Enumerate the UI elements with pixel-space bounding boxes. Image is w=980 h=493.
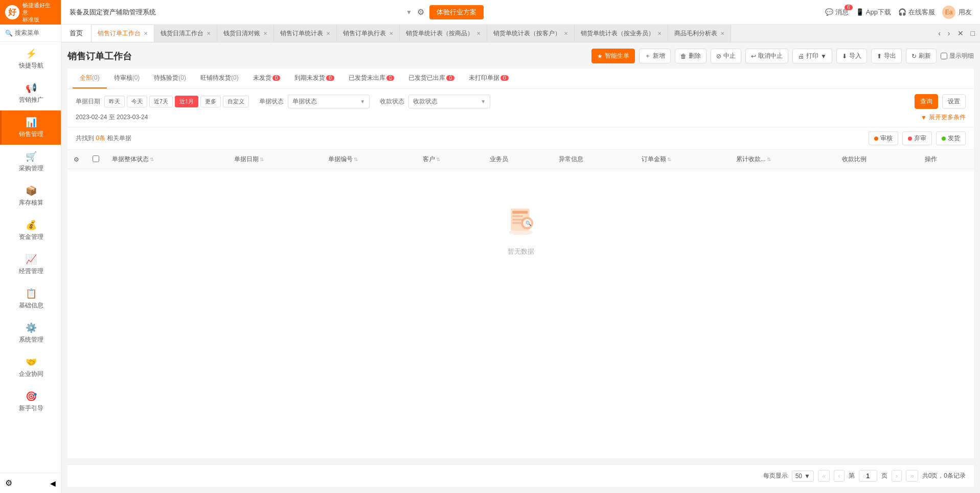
delete-btn[interactable]: 🗑 删除 [675, 49, 706, 63]
date-btn-yesterday[interactable]: 昨天 [104, 96, 125, 107]
tab-sales-exec[interactable]: 销售订单执行表 ✕ [337, 25, 400, 42]
ship-btn[interactable]: 发货 [936, 131, 966, 145]
date-btn-custom[interactable]: 自定义 [223, 96, 249, 107]
sidebar-item-sales[interactable]: 📊 销售管理 [0, 110, 61, 145]
sidebar-item-basic[interactable]: 📋 基础信息 [0, 282, 61, 316]
sidebar-item-nav[interactable]: ⚡ 快捷导航 [0, 42, 61, 76]
current-page-label: 第 [849, 472, 855, 480]
status-filter-select[interactable]: 单据状态 ▼ [288, 95, 370, 108]
tab-close-cargo-stats-customer[interactable]: ✕ [564, 31, 568, 36]
sub-tab-pending-inspect[interactable]: 待拣验货(0) [147, 69, 193, 88]
last-page-btn[interactable]: » [906, 470, 918, 482]
tab-sales-workbench[interactable]: 销售订单工作台 ✕ [92, 25, 154, 42]
tab-cargo-stats-product[interactable]: 销货单统计表（按商品） ✕ [400, 25, 487, 42]
tab-expand[interactable]: □ [968, 27, 978, 39]
tab-cash-daily[interactable]: 钱货日清工作台 ✕ [154, 25, 217, 42]
user-area[interactable]: Ea 用友 [942, 6, 972, 19]
tab-sales-stats[interactable]: 销售订单统计表 ✕ [274, 25, 337, 42]
th-customer[interactable]: 客户⇅ [417, 150, 484, 169]
sidebar-item-finance[interactable]: 💰 资金管理 [0, 213, 61, 248]
tab-close-cash-daily[interactable]: ✕ [207, 31, 211, 36]
new-btn[interactable]: ＋ 新增 [639, 49, 671, 63]
pagination: 每页显示 50 ▼ « ‹ 第 页 › » 共0页，0条记录 [67, 464, 974, 487]
tab-close-cargo-stats-staff[interactable]: ✕ [657, 31, 662, 36]
sidebar-search[interactable]: 🔍 搜索菜单 [0, 25, 61, 42]
sidebar-item-system[interactable]: ⚙️ 系统管理 [0, 316, 61, 350]
th-amount[interactable]: 订单金额⇅ [635, 150, 730, 169]
tab-scroll-left[interactable]: ‹ [935, 27, 944, 39]
page-number-input[interactable] [859, 470, 877, 482]
pause-btn[interactable]: ⊘ 中止 [711, 49, 741, 63]
tab-close-cargo-stats-product[interactable]: ✕ [476, 31, 481, 36]
date-btn-7days[interactable]: 近7天 [149, 96, 173, 107]
expand-filter-btn[interactable]: ▼ 展开更多条件 [921, 113, 966, 122]
tab-cash-reconcile[interactable]: 钱货日清对账 ✕ [217, 25, 274, 42]
tab-close-all[interactable]: ✕ [954, 27, 967, 39]
app-download-area[interactable]: 📱 App下载 [856, 8, 891, 17]
first-page-btn[interactable]: « [818, 470, 830, 482]
sidebar-item-collab[interactable]: 🤝 企业协同 [0, 350, 61, 385]
online-service-area[interactable]: 🎧 在线客服 [898, 8, 935, 17]
query-btn[interactable]: 查询 [915, 94, 938, 109]
settings-icon[interactable]: ⚙ [5, 478, 12, 488]
sub-tab-pending-review[interactable]: 待审核(0) [107, 69, 147, 88]
cancel-pause-btn[interactable]: ↩ 取消中止 [745, 49, 788, 63]
show-detail-checkbox[interactable] [941, 53, 947, 59]
date-btn-today[interactable]: 今天 [127, 96, 147, 107]
filter-row: 单据日期 昨天 今天 近7天 近1月 更多 自定义 单据状态 [76, 94, 966, 109]
next-page-btn[interactable]: › [892, 470, 902, 482]
th-checkbox[interactable] [85, 150, 106, 169]
tab-close-sales-workbench[interactable]: ✕ [144, 31, 148, 36]
tab-close-cash-reconcile[interactable]: ✕ [263, 31, 267, 36]
sub-tab-unshipped[interactable]: 未发货0 [246, 69, 288, 88]
tab-cargo-stats-staff[interactable]: 销货单统计表（按业务员） ✕ [575, 25, 668, 42]
page-size-select[interactable]: 50 ▼ [792, 470, 814, 482]
th-collected[interactable]: 累计收款...⇅ [730, 150, 836, 169]
sub-tab-unprinted[interactable]: 未打印单据0 [462, 69, 516, 88]
filter-area: 单据日期 昨天 今天 近7天 近1月 更多 自定义 单据状态 [67, 89, 974, 127]
prev-page-btn[interactable]: ‹ [834, 470, 844, 482]
tab-close-sales-stats[interactable]: ✕ [326, 31, 330, 36]
plus-icon: ＋ [645, 52, 651, 60]
payment-filter-select[interactable]: 收款状态 ▼ [408, 95, 490, 108]
settings-filter-btn[interactable]: 设置 [942, 94, 966, 109]
select-all-checkbox[interactable] [93, 155, 99, 162]
message-icon-area[interactable]: 💬 6 消息 [825, 8, 849, 17]
purchase-icon: 🛒 [26, 151, 37, 162]
th-config[interactable]: ⚙ [67, 150, 85, 169]
th-no[interactable]: 单据编号⇅ [322, 150, 417, 169]
smart-create-btn[interactable]: ★ 智能生单 [591, 49, 635, 63]
sidebar-item-inventory[interactable]: 📦 库存核算 [0, 179, 61, 213]
export-btn[interactable]: ⬆ 导出 [871, 49, 902, 63]
refresh-btn[interactable]: ↻ 刷新 [906, 49, 937, 63]
cancel-review-btn[interactable]: 弃审 [902, 131, 932, 145]
sub-tab-overdue-unshipped[interactable]: 到期未发货0 [287, 69, 341, 88]
sub-tab-wangpu[interactable]: 旺铺待发货(0) [193, 69, 246, 88]
solution-btn[interactable]: 体验行业方案 [429, 5, 484, 19]
topbar-settings-icon[interactable]: ⚙ [417, 7, 424, 17]
tab-cargo-stats-customer[interactable]: 销货单统计表（按客户） ✕ [487, 25, 575, 42]
topbar-dropdown-icon[interactable]: ▼ [406, 9, 412, 16]
show-detail-label[interactable]: 显示明细 [941, 52, 974, 60]
tab-scroll-right[interactable]: › [945, 27, 953, 39]
sub-tab-shipped-out[interactable]: 已发货已出库0 [401, 69, 462, 88]
sub-tab-all[interactable]: 全部(0) [73, 69, 107, 88]
collapse-icon[interactable]: ◀ [50, 479, 56, 487]
import-btn[interactable]: ⬇ 导入 [836, 49, 867, 63]
sidebar-item-purchase[interactable]: 🛒 采购管理 [0, 145, 61, 179]
print-btn[interactable]: 🖨 打印 ▼ [792, 49, 832, 63]
date-btn-1month[interactable]: 近1月 [175, 96, 198, 107]
review-btn[interactable]: 审核 [869, 131, 898, 145]
tab-close-sales-exec[interactable]: ✕ [389, 31, 393, 36]
tab-close-product-margin[interactable]: ✕ [720, 31, 724, 36]
sidebar-item-operation[interactable]: 📈 经营管理 [0, 248, 61, 282]
sidebar-item-guide[interactable]: 🎯 新手引导 [0, 385, 61, 419]
sidebar-item-marketing[interactable]: 📢 营销推广 [0, 76, 61, 110]
sub-tab-shipped-not-out[interactable]: 已发货未出库0 [341, 69, 402, 88]
th-date[interactable]: 单据日期⇅ [228, 150, 323, 169]
bottom-scrollbar[interactable] [67, 458, 974, 464]
th-staff[interactable]: 业务员 [484, 150, 553, 169]
tab-product-margin[interactable]: 商品毛利分析表 ✕ [668, 25, 731, 42]
tab-home[interactable]: 首页 [61, 25, 92, 42]
date-btn-more[interactable]: 更多 [200, 96, 221, 107]
